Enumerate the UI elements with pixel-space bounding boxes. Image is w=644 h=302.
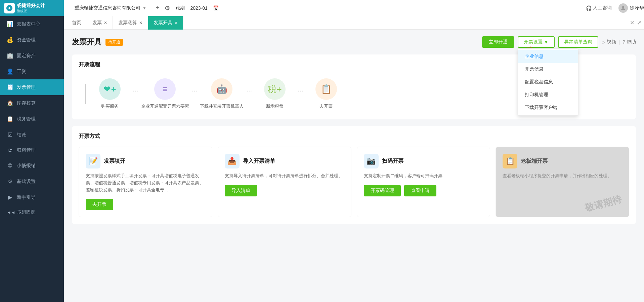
view-apply-button[interactable]: 查看申请 <box>404 185 436 196</box>
activate-button[interactable]: 立即开通 <box>482 36 514 48</box>
tab-invoice-close[interactable]: ✕ <box>104 21 107 25</box>
buy-service-label: 购买服务 <box>101 103 119 109</box>
separator: | <box>619 39 620 45</box>
dropdown-item-printer[interactable]: 打印机管理 <box>518 88 578 101</box>
sidebar-item-fixed-assets[interactable]: 🏢 固定资产 <box>0 48 64 64</box>
scan-title: 扫码开票 <box>382 158 403 165</box>
fill-invoice-button[interactable]: 去开票 <box>86 199 113 210</box>
scan-desc: 支持定制开票二维码，客户端可扫码开票 <box>364 173 483 180</box>
company-name: 重庆畅捷交通信息咨询有限公司 <box>75 5 140 11</box>
tab-invoice-open[interactable]: 发票开具 ✕ <box>148 16 183 30</box>
import-header: 📥 导入开票清单 <box>225 154 344 168</box>
sidebar-item-report-sales[interactable]: © 小畅报销 <box>0 158 64 174</box>
boss-icon: 📋 <box>503 154 517 168</box>
sidebar-item-inventory[interactable]: 🏠 库存核算 <box>0 95 64 111</box>
guide-icon: ▶ <box>7 194 13 200</box>
page-content: 发票开具 待开通 立即开通 开票设置 ▼ → <box>64 30 644 302</box>
tab-open-close[interactable]: ✕ <box>174 21 178 25</box>
company-selector[interactable]: 重庆畅捷交通信息咨询有限公司 ▼ <box>72 4 149 12</box>
flow-step-download: 🤖 下载并安装开票机器人 <box>200 78 244 109</box>
red-arrow-indicator: → <box>526 43 533 51</box>
tab-invoice-test[interactable]: 发票测算 ✕ <box>113 16 148 30</box>
sidebar-item-archive[interactable]: 🗂 归档管理 <box>0 143 64 158</box>
tab-close-button[interactable]: ✕ <box>630 20 634 26</box>
methods-section: 开票方式 📝 发票填开 支持按照发票样式手工填开发票；可开具增值税电子普通发票、… <box>72 126 636 224</box>
sidebar-item-label: 云报表中心 <box>17 21 40 27</box>
flow-arrow-1: ··· <box>130 87 141 95</box>
payroll-icon: 👤 <box>7 68 13 75</box>
flow-arrow-2: ··· <box>189 87 200 95</box>
cancel-fixed-button[interactable]: ◄◄ 取消固定 <box>0 205 64 219</box>
header-right: 🎧 人工咨询 徐泽华 <box>586 3 644 13</box>
user-area[interactable]: 徐泽华 <box>618 3 644 13</box>
dropdown-item-tax-disk[interactable]: 配置税盘信息 <box>518 76 578 88</box>
sidebar-item-label: 小畅报销 <box>17 163 36 169</box>
method-card-scan: 📷 扫码开票 支持定制开票二维码，客户端可扫码开票 开票码管理 查看申请 <box>357 147 490 217</box>
sidebar-item-label: 结账 <box>17 132 26 138</box>
qr-manage-button[interactable]: 开票码管理 <box>364 185 401 196</box>
logo-text: 畅捷通好会计 旗舰版 <box>17 3 45 13</box>
calendar-icon[interactable]: 📅 <box>213 5 219 11</box>
dropdown-item-invoice-info[interactable]: 开票信息 <box>518 63 578 76</box>
fill-desc: 支持按照发票样式手工填开发票；可开具增值税电子普通发票、增值税普通发票、增值税专… <box>86 173 205 193</box>
methods-grid: 📝 发票填开 支持按照发票样式手工填开发票；可开具增值税电子普通发票、增值税普通… <box>79 147 629 217</box>
tab-home[interactable]: 首页 <box>67 16 87 30</box>
period-value: 2023-01 <box>190 5 207 11</box>
tab-bar: 首页 发票 ✕ 发票测算 ✕ 发票开具 ✕ ✕ ⤢ <box>64 16 644 30</box>
sidebar-item-invoice-mgmt[interactable]: 🧾 发票管理 <box>0 79 64 95</box>
fill-icon: 📝 <box>86 154 100 168</box>
page-title-actions: 立即开通 开票设置 ▼ → 企业信息 开票信息 <box>482 36 636 48</box>
sidebar: 📊 云报表中心 💰 资金管理 🏢 固定资产 👤 工资 🧾 发票管理 🏠 <box>0 16 64 302</box>
settings-dropdown-wrapper: 开票设置 ▼ → 企业信息 开票信息 配置税盘信息 打印机管理 <box>518 36 555 48</box>
tab-test-label: 发票测算 <box>118 20 137 26</box>
tab-invoice[interactable]: 发票 ✕ <box>87 16 113 30</box>
boss-title: 老板端开票 <box>521 158 548 165</box>
flow-arrow-3: ··· <box>244 87 255 95</box>
status-badge: 待开通 <box>105 39 123 46</box>
settings-button[interactable]: 开票设置 ▼ <box>518 36 555 48</box>
sidebar-item-label: 资金管理 <box>17 37 36 43</box>
sidebar-item-label: 工资 <box>17 69 26 75</box>
content-area: 首页 发票 ✕ 发票测算 ✕ 发票开具 ✕ ✕ ⤢ <box>64 16 644 302</box>
inventory-icon: 🏠 <box>7 100 13 106</box>
flow-step-config: ≡ 企业开通配置开票六要素 <box>141 78 189 109</box>
methods-title: 开票方式 <box>79 133 629 140</box>
fill-title: 发票填开 <box>104 158 125 165</box>
settlement-icon: ☑ <box>7 131 13 138</box>
sidebar-item-fund-mgmt[interactable]: 💰 资金管理 <box>0 32 64 48</box>
sidebar-item-settlement[interactable]: ☑ 结账 <box>0 127 64 143</box>
settings-button[interactable]: ⚙ <box>165 4 170 12</box>
company-dropdown-icon: ▼ <box>142 6 146 10</box>
sidebar-item-label: 发票管理 <box>17 84 36 90</box>
add-button[interactable]: + <box>156 4 160 11</box>
archive-icon: 🗂 <box>7 147 13 153</box>
dropdown-item-download-client[interactable]: 下载开票客户端 <box>518 101 578 114</box>
tab-expand-button[interactable]: ⤢ <box>637 20 641 26</box>
sidebar-item-cloud-report[interactable]: 📊 云报表中心 <box>0 16 64 32</box>
sidebar-item-label: 归档管理 <box>17 147 36 153</box>
settings-chevron-icon: ▼ <box>544 39 549 45</box>
logo-main: 畅捷通好会计 <box>17 3 45 9</box>
method-card-import: 📥 导入开票清单 支持导入待开票清单，可对待开票清单进行拆分、合并处理。 导入清… <box>218 147 351 217</box>
sidebar-item-basic-settings[interactable]: ⚙ 基础设置 <box>0 174 64 189</box>
cloud-report-icon: 📊 <box>7 21 13 27</box>
flow-arrow-4: ··· <box>295 87 306 95</box>
tab-invoice-label: 发票 <box>92 20 102 26</box>
abnormal-list-button[interactable]: 异常清单查询 <box>558 36 598 48</box>
import-list-button[interactable]: 导入清单 <box>225 185 257 196</box>
sidebar-item-label: 固定资产 <box>17 53 36 59</box>
tab-test-close[interactable]: ✕ <box>139 21 142 25</box>
method-card-fill: 📝 发票填开 支持按照发票样式手工填开发票；可开具增值税电子普通发票、增值税普通… <box>79 147 212 217</box>
svg-point-1 <box>9 7 10 9</box>
fill-header: 📝 发票填开 <box>86 154 205 168</box>
sidebar-item-tax-mgmt[interactable]: 📋 税务管理 <box>0 111 64 127</box>
support-button[interactable]: 🎧 人工咨询 <box>586 5 612 11</box>
user-avatar <box>618 3 628 13</box>
sidebar-item-payroll[interactable]: 👤 工资 <box>0 64 64 79</box>
sidebar-item-new-guide[interactable]: ▶ 新手引导 <box>0 189 64 205</box>
go-invoice-label: 去开票 <box>319 103 333 109</box>
svg-point-2 <box>622 6 624 8</box>
help-button[interactable]: 帮助 <box>627 39 636 45</box>
dropdown-item-company-info[interactable]: 企业信息 <box>518 50 578 63</box>
video-button[interactable]: 视频 <box>607 39 616 45</box>
